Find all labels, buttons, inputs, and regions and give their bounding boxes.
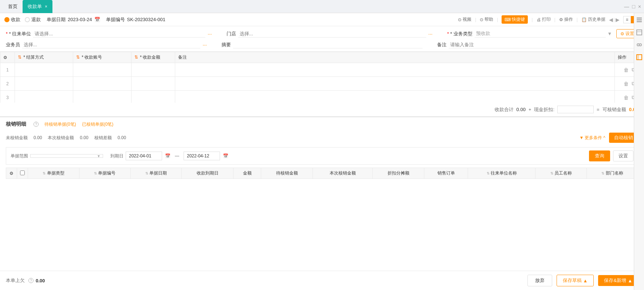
row-1-amount[interactable] [131,63,175,77]
col-checkbox-header: ⚙ [6,168,17,179]
query-btn[interactable]: 查询 [589,150,610,161]
shortcut-icon: ⌨ [504,17,511,22]
date-sort-icon: ⇅ [145,171,148,175]
panel-btn-3[interactable] [635,41,643,49]
total-label: 收款合计 [495,106,514,113]
store-more-icon[interactable]: ··· [428,31,433,37]
sep1: | [475,17,476,22]
cal-to-icon[interactable]: 📅 [223,153,228,158]
col-pending-header: 待核销金额 [261,168,313,179]
row-2-note[interactable] [175,77,615,91]
uncancelled-label: 未核销金额 [6,135,28,141]
business-type-chevron[interactable]: ▼ [607,31,612,36]
tab-receipt[interactable]: 收款单 × [23,0,52,13]
row-1-method[interactable] [15,63,73,77]
tab-close-icon[interactable]: × [45,4,47,9]
panel-btn-1[interactable] [635,16,643,24]
row-3-amount[interactable] [131,91,175,103]
row-1-note[interactable] [175,63,615,77]
tab-home[interactable]: 首页 [3,0,23,13]
prev-arrow[interactable]: ◀ [609,17,613,23]
remark-label: 备注 [437,42,447,48]
col-note-header: 备注 [175,52,615,63]
refund-radio-dot [25,17,30,22]
video-btn[interactable]: ⊙ 视频 [458,16,471,23]
prev-info-icon[interactable]: ? [28,278,34,283]
row-3-num: 3 [0,91,15,103]
minimize-btn[interactable]: — [624,4,629,9]
select-all-checkbox[interactable] [20,171,25,175]
col-department-header: ⇅ 部门名称 [587,168,638,179]
filter-icon: ▼ [579,135,584,140]
row-2-method[interactable] [15,77,73,91]
store-label: 门店 [227,31,236,37]
table-container[interactable]: ⚙ ⇅ * 结算方式 ⇅ * 收款账号 ⇅ * 收款金额 [0,52,644,103]
sep2: | [497,17,498,22]
row-3-note[interactable] [175,91,615,103]
row-3-method[interactable] [15,91,73,103]
row-2-amount[interactable] [131,77,175,91]
calendar-icon[interactable]: 📅 [94,17,100,22]
sep3: | [531,17,533,22]
operation-btn[interactable]: ⚙ 操作 [559,16,573,23]
store-field: 门店 ··· [227,30,433,38]
net-label: 可核销金额 [602,106,626,113]
refund-radio[interactable]: 退款 [25,16,41,23]
form-section: * 往来单位 ··· 门店 ··· * 业务类型 ▼ ⚙ 设置 [0,26,644,52]
writeoff-stats: 未核销金额 0.00 本次核销金额 0.00 核销差额 0.00 ▼ 更多条件 … [6,130,638,145]
salesperson-input[interactable] [22,41,200,48]
counterpart-more-icon[interactable]: ··· [208,31,212,37]
panel-btn-4[interactable] [635,53,643,61]
save-new-btn[interactable]: 保存&新增 ▲ [598,275,638,286]
settings-col-icon[interactable]: ⚙ [9,171,13,176]
help-btn[interactable]: ⊙ 帮助 [480,16,493,23]
remark-field: 备注 [437,41,638,48]
shortcut-btn[interactable]: ⌨ 快捷键 [502,15,528,24]
save-draft-btn[interactable]: 保存草稿 ▲ [557,275,594,286]
row-2-account[interactable] [73,77,131,91]
row-1-account[interactable] [73,63,131,77]
filter-settings-btn[interactable]: 设置 [613,150,633,161]
svg-point-6 [639,44,641,46]
maximize-btn[interactable]: □ [632,4,635,9]
receipt-table: ⚙ ⇅ * 结算方式 ⇅ * 收款账号 ⇅ * 收款金额 [0,52,644,103]
writeoff-table-container[interactable]: ⚙ ⇅ 单据类型 ⇅ 单据编号 [6,168,638,271]
discard-btn[interactable]: 放弃 [527,275,552,286]
store-input[interactable] [238,30,426,38]
save-draft-chevron-icon: ▲ [583,278,588,283]
print-btn[interactable]: 🖨 打印 [537,16,551,23]
pending-tab-link[interactable]: 待核销单据(0笔) [44,121,76,128]
row-3-account[interactable] [73,91,131,103]
done-tab-link[interactable]: 已核销单据(0笔) [82,121,114,128]
history-btn[interactable]: 📋 历史单据 [581,16,605,23]
close-btn[interactable]: × [638,4,641,9]
receipt-radio[interactable]: 收款 [4,16,20,23]
table-section: ⚙ ⇅ * 结算方式 ⇅ * 收款账号 ⇅ * 收款金额 [0,52,644,117]
discount-input[interactable] [557,106,594,113]
summary-input[interactable] [233,41,423,48]
current-value: 0.00 [80,135,88,140]
due-to-input[interactable] [184,152,220,160]
next-arrow[interactable]: ▶ [616,17,620,23]
svg-rect-1 [637,19,642,20]
col-date-header: ⇅ 单据日期 [130,168,182,179]
salesperson-field: 业务员 ··· [6,41,207,48]
col-number-header: ⇅ 单据编号 [79,168,130,179]
range-select[interactable]: ▼ [30,154,103,158]
business-type-input[interactable] [475,30,606,38]
more-conditions-btn[interactable]: ▼ 更多条件 ^ [579,135,605,141]
cal-from-icon[interactable]: 📅 [165,153,170,158]
due-from-input[interactable] [126,152,162,160]
remark-input[interactable] [449,41,638,48]
counterpart-input[interactable] [33,30,205,38]
due-date-field: 到期日 📅 — 📅 [110,152,228,160]
row-1-delete-icon[interactable]: 🗑 [624,67,629,73]
salesperson-more-icon[interactable]: ··· [203,42,207,48]
col-type-header: ⇅ 单据类型 [28,168,79,179]
row-2-delete-icon[interactable]: 🗑 [624,81,629,87]
panel-btn-2[interactable] [635,28,643,36]
row-3-delete-icon[interactable]: 🗑 [624,95,629,101]
list-view-btn[interactable]: ≡ [623,16,631,23]
col-settings-header[interactable]: ⚙ [0,52,15,63]
writeoff-info-icon[interactable]: ? [34,122,39,127]
